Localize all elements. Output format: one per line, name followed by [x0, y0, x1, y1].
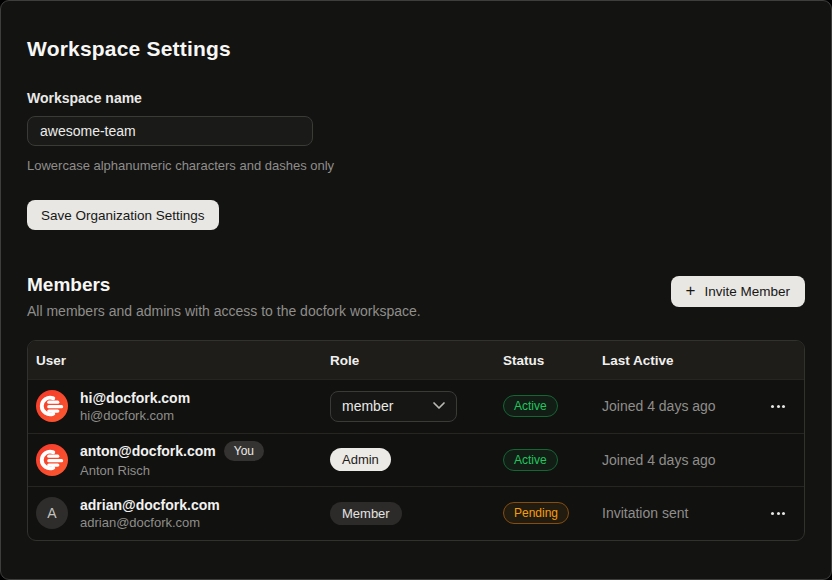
member-subtitle: hi@docfork.com — [80, 408, 190, 423]
row-menu-button[interactable] — [764, 499, 792, 527]
column-header-last-active: Last Active — [594, 353, 754, 368]
table-row: anton@docfork.com You Anton Risch Admin … — [28, 433, 804, 487]
docfork-logo-avatar — [36, 444, 68, 476]
member-name: hi@docfork.com — [80, 390, 190, 406]
ellipsis-icon — [771, 512, 774, 515]
you-badge: You — [224, 441, 264, 461]
status-badge: Pending — [503, 502, 569, 524]
workspace-name-input[interactable] — [27, 116, 313, 146]
table-row: A adrian@docfork.com adrian@docfork.com … — [28, 486, 804, 540]
members-table: User Role Status Last Active hi@docfo — [27, 340, 805, 541]
column-header-status: Status — [495, 353, 594, 368]
member-name: anton@docfork.com — [80, 443, 216, 459]
last-active-text: Invitation sent — [594, 505, 754, 521]
role-select[interactable]: member — [330, 391, 457, 422]
letter-avatar: A — [36, 497, 68, 529]
workspace-name-label: Workspace name — [27, 90, 805, 106]
invite-member-label: Invite Member — [704, 284, 790, 299]
row-menu-button[interactable] — [764, 392, 792, 420]
workspace-settings-window: Workspace Settings Workspace name Lowerc… — [0, 0, 832, 580]
role-select-value: member — [342, 398, 393, 414]
table-header-row: User Role Status Last Active — [28, 341, 804, 379]
member-subtitle: Anton Risch — [80, 463, 264, 478]
column-header-role: Role — [322, 353, 495, 368]
plus-icon: + — [686, 282, 696, 299]
members-heading-group: Members All members and admins with acce… — [27, 274, 421, 319]
column-header-user: User — [28, 353, 322, 368]
last-active-text: Joined 4 days ago — [594, 398, 754, 414]
members-title: Members — [27, 274, 421, 296]
role-badge: Admin — [330, 448, 391, 471]
docfork-logo-avatar — [36, 390, 68, 422]
save-organization-settings-button[interactable]: Save Organization Settings — [27, 200, 219, 230]
member-name: adrian@docfork.com — [80, 497, 220, 513]
status-badge: Active — [503, 395, 558, 417]
last-active-text: Joined 4 days ago — [594, 452, 754, 468]
table-row: hi@docfork.com hi@docfork.com member — [28, 379, 804, 433]
chevron-down-icon — [432, 399, 446, 413]
role-badge: Member — [330, 502, 402, 525]
status-badge: Active — [503, 449, 558, 471]
invite-member-button[interactable]: + Invite Member — [671, 276, 805, 307]
page-title: Workspace Settings — [27, 37, 805, 61]
ellipsis-icon — [771, 405, 774, 408]
member-subtitle: adrian@docfork.com — [80, 515, 220, 530]
members-subtitle: All members and admins with access to th… — [27, 303, 421, 319]
workspace-name-helper: Lowercase alphanumeric characters and da… — [27, 158, 805, 173]
